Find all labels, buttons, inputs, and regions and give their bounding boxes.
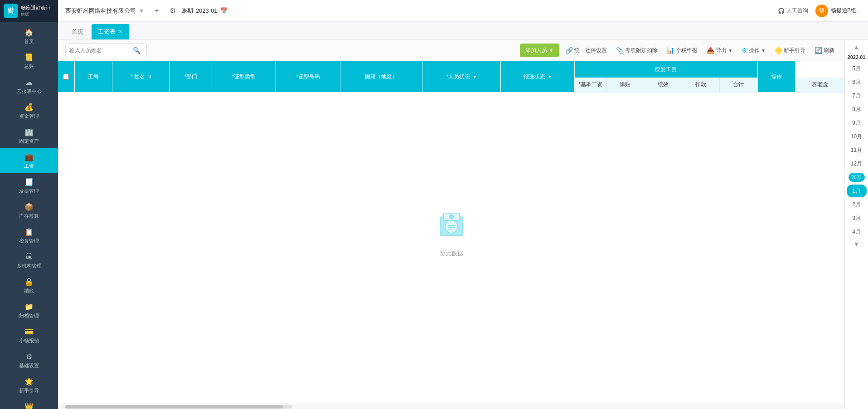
app-title: 畅应通好会计 xyxy=(21,5,51,11)
fixed-assets-icon: 🏢 xyxy=(24,127,34,137)
search-icon: 🔍 xyxy=(133,47,141,54)
col-base-salary: *基本工资 xyxy=(575,78,606,92)
guide-button[interactable]: 🌟 新手引导 xyxy=(772,44,808,57)
social-security-button[interactable]: 🔗 统一社保设置 xyxy=(563,44,610,57)
add-person-button[interactable]: 添加人员 ▼ xyxy=(520,44,559,57)
sidebar-label-archive: 归档管理 xyxy=(19,312,39,319)
company-name: 西安虾米网络科技有限公司 xyxy=(65,7,136,15)
multi-org-icon: 🏛 xyxy=(24,252,34,262)
user-info[interactable]: 畅 畅提通B组... xyxy=(815,5,861,17)
month-item-6-2022[interactable]: 6月 xyxy=(847,76,867,88)
export-button[interactable]: 📤 导出 ▼ xyxy=(704,44,735,57)
sidebar-label-home: 首页 xyxy=(24,38,34,45)
operation-chevron-icon: ▼ xyxy=(761,48,766,53)
sidebar-item-member[interactable]: 👑 畅会员 xyxy=(0,398,58,409)
sidebar-label-settings: 基础设置 xyxy=(19,362,39,369)
export-chevron-icon: ▼ xyxy=(728,48,732,53)
refresh-button[interactable]: 🔄 刷新 xyxy=(812,44,837,57)
sidebar-item-ledger[interactable]: 📒 总账 xyxy=(0,49,58,73)
table-scrollbar xyxy=(58,404,844,409)
sidebar-item-multi-org[interactable]: 🏛 多机构管理 xyxy=(0,248,58,273)
sidebar-item-settings[interactable]: ⚙ 基础设置 xyxy=(0,348,58,373)
status-filter-icon[interactable]: ▼ xyxy=(472,74,477,79)
month-item-5-2022[interactable]: 5月 xyxy=(847,62,867,75)
calendar-icon[interactable]: 📅 xyxy=(220,7,228,14)
month-item-2-2023[interactable]: 2月 xyxy=(847,198,867,211)
support-button[interactable]: 🎧 人工咨询 xyxy=(778,7,808,15)
month-item-10-2022[interactable]: 10月 xyxy=(847,130,867,143)
sidebar-item-archive[interactable]: 📁 归档管理 xyxy=(0,298,58,323)
add-company-button[interactable]: ＋ xyxy=(151,4,162,17)
sidebar-item-guide[interactable]: 🌟 新手引导 xyxy=(0,373,58,398)
month-next-button[interactable]: ▼ xyxy=(851,239,862,249)
social-security-icon: 🔗 xyxy=(565,47,573,54)
sidebar-label-expense: 小畅报销 xyxy=(19,337,39,344)
empty-state: 暂无数据 xyxy=(433,208,470,258)
inventory-icon: 📦 xyxy=(24,202,34,212)
sidebar-label-multi-org: 多机构管理 xyxy=(17,263,42,269)
archive-icon: 📁 xyxy=(24,302,34,312)
guide-label: 新手引导 xyxy=(784,47,805,54)
month-item-7-2022[interactable]: 7月 xyxy=(847,89,867,102)
sidebar-item-expense[interactable]: 💳 小畅报销 xyxy=(0,323,58,348)
tab-salary-table[interactable]: 工资表 ✕ xyxy=(92,24,129,39)
special-deduction-button[interactable]: 📎 专项附加扣除 xyxy=(613,44,660,57)
avatar: 畅 xyxy=(815,5,828,17)
sidebar-item-cloud-report[interactable]: ☁ 云报表中心 xyxy=(0,73,58,98)
user-name: 畅提通B组... xyxy=(831,7,861,15)
ledger-icon: 📒 xyxy=(24,52,34,62)
tab-home-label: 首页 xyxy=(72,28,83,36)
main-area: 西安虾米网络科技有限公司 ▼ ＋ ⚙ 账期 2023-01 📅 🎧 人工咨询 畅… xyxy=(58,0,868,409)
col-status: *人员状态 ▼ xyxy=(422,61,501,92)
month-item-11-2022[interactable]: 11月 xyxy=(847,144,867,156)
expense-icon: 💳 xyxy=(24,326,34,336)
col-allowance: 津贴 xyxy=(606,78,644,92)
headset-icon: 🎧 xyxy=(778,8,785,14)
sidebar-item-close[interactable]: 🔒 结账 xyxy=(0,273,58,298)
invoice-icon: 🧾 xyxy=(24,177,34,187)
sidebar-item-fund[interactable]: 💰 资金管理 xyxy=(0,98,58,123)
month-item-8-2022[interactable]: 8月 xyxy=(847,103,867,116)
month-prev-button[interactable]: ▲ xyxy=(851,42,862,53)
close-period-icon: 🔒 xyxy=(24,277,34,287)
export-icon: 📤 xyxy=(707,47,714,54)
sidebar-label-fixed-assets: 固定资产 xyxy=(19,138,39,145)
add-person-label: 添加人员 xyxy=(525,47,547,54)
export-label: 导出 xyxy=(716,47,727,54)
operation-button[interactable]: ⚙ 操作 ▼ xyxy=(739,44,768,57)
app-subtitle: 旗版 xyxy=(21,11,51,17)
tab-close-icon[interactable]: ✕ xyxy=(118,29,123,35)
month-item-4-2023[interactable]: 4月 xyxy=(847,225,867,238)
col-dept: *部门 xyxy=(170,61,212,92)
sidebar-item-fixed-assets[interactable]: 🏢 固定资产 xyxy=(0,123,58,148)
social-security-label: 统一社保设置 xyxy=(574,47,607,54)
personal-tax-label: 个税申报 xyxy=(676,47,698,54)
col-salary-group: 应发工资 xyxy=(575,61,757,78)
member-icon: 👑 xyxy=(24,401,34,409)
month-item-9-2022[interactable]: 9月 xyxy=(847,117,867,129)
chevron-down-icon: ▼ xyxy=(139,8,144,14)
operation-label: 操作 xyxy=(749,47,760,54)
tab-home[interactable]: 首页 xyxy=(65,24,90,39)
sidebar-item-salary[interactable]: 💼 工资 xyxy=(0,148,58,173)
month-item-3-2023[interactable]: 3月 xyxy=(847,212,867,224)
company-selector[interactable]: 西安虾米网络科技有限公司 ▼ xyxy=(65,7,144,15)
name-sort-icon[interactable]: ⇅ xyxy=(148,74,151,79)
select-all-checkbox[interactable] xyxy=(63,74,69,80)
sidebar-item-home[interactable]: 🏠 首页 xyxy=(0,24,58,49)
sidebar-label-fund: 资金管理 xyxy=(19,113,39,120)
operation-icon: ⚙ xyxy=(742,47,747,54)
search-input[interactable] xyxy=(69,47,133,54)
sidebar-item-tax[interactable]: 📋 税务管理 xyxy=(0,223,58,248)
month-item-1-2023[interactable]: 1月 xyxy=(847,185,867,197)
settings-button[interactable]: ⚙ xyxy=(168,5,178,17)
refresh-label: 刷新 xyxy=(824,47,834,54)
fund-icon: 💰 xyxy=(24,102,34,112)
sidebar-item-invoice[interactable]: 🧾 发票管理 xyxy=(0,173,58,198)
month-item-12-2022[interactable]: 12月 xyxy=(847,157,867,170)
sidebar-item-inventory[interactable]: 📦 库存核算 xyxy=(0,198,58,223)
toolbar-right: 添加人员 ▼ 🔗 统一社保设置 📎 专项附加扣除 📊 个税申报 xyxy=(520,44,837,57)
report-filter-icon[interactable]: ▼ xyxy=(548,74,552,79)
personal-tax-button[interactable]: 📊 个税申报 xyxy=(664,44,700,57)
col-performance: 绩效 xyxy=(644,78,682,92)
